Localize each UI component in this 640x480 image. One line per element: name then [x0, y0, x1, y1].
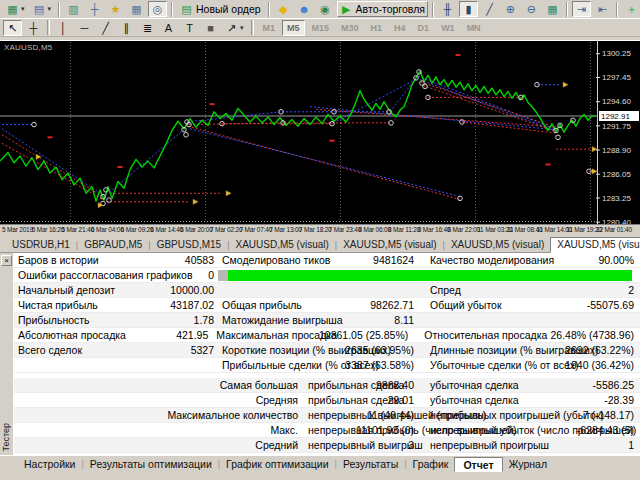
timeframe-m30[interactable]: M30 — [336, 20, 364, 36]
chevron-down-icon: ▾ — [48, 5, 52, 13]
channel-icon[interactable]: ∥ — [117, 20, 136, 36]
tester-tab-1[interactable]: Результаты оптимизации — [84, 458, 218, 470]
report-table: Баров в истории40583Смоделировано тиков9… — [14, 253, 640, 455]
chart-symbol-label: XAUUSD,M5 — [4, 43, 52, 52]
report-label: убыточная сделка — [414, 378, 544, 392]
data-window-icon[interactable]: ┼ — [85, 1, 104, 17]
time-axis-label: 7 Mar 02:20 — [210, 226, 243, 233]
zoom-out-icon: ⊖ — [525, 2, 538, 16]
timeframe-w1[interactable]: W1 — [436, 20, 460, 36]
autotrading-button[interactable]: ▶Авто-торговля — [337, 1, 428, 17]
tester-tab-5[interactable]: Отчет — [454, 457, 502, 472]
chart-tab-1[interactable]: GBPAUD,M5 — [78, 238, 148, 252]
timeframe-h1[interactable]: H1 — [366, 20, 388, 36]
indicators-icon[interactable]: ＋▾ — [622, 1, 640, 17]
timeframe-mn[interactable]: MN — [462, 20, 486, 36]
time-axis-label: 6 Mar 09:20 — [121, 226, 154, 233]
open-profile-icon[interactable]: ▤▾ — [30, 1, 55, 17]
report-label: Максимальная просадка — [208, 328, 336, 342]
arrows-icon[interactable]: ↗▾ — [222, 20, 247, 36]
timeframe-h4[interactable]: H4 — [389, 20, 411, 36]
chart-tab-6[interactable]: XAUUSD,M5 (visual) — [550, 237, 640, 253]
horizontal-line-icon[interactable]: ─ — [75, 20, 94, 36]
price-axis-label: 1286.05 — [602, 170, 631, 179]
report-label: Средняя — [18, 393, 298, 407]
community-icon: ☻ — [298, 2, 311, 16]
new-chart-icon[interactable]: ▦▾ — [3, 1, 28, 17]
tester-tab-6[interactable]: Журнал — [503, 458, 553, 470]
cursor-icon[interactable]: ↖ — [3, 20, 22, 36]
time-axis-label: 8 Mar 11:20 — [388, 226, 420, 233]
line-chart-icon: ╱ — [483, 2, 496, 16]
strategy-tester-icon[interactable]: ◎ — [148, 1, 167, 17]
tester-close-button[interactable]: × — [1, 255, 12, 266]
tester-tab-2[interactable]: График оптимизации — [220, 458, 334, 470]
price-axis-label: 1297.45 — [602, 73, 631, 82]
text-label-icon: T — [183, 21, 196, 35]
shapes-icon[interactable]: ■ — [201, 20, 220, 36]
timeframe-d1[interactable]: D1 — [413, 20, 435, 36]
toolbar-separator — [432, 2, 434, 17]
chart-window[interactable]: 1300.251297.451294.601291.751288.901286.… — [0, 40, 640, 235]
chart-tab-0[interactable]: USDRUB,H1 — [6, 238, 76, 252]
metaeditor-icon[interactable]: ◆ — [274, 1, 293, 17]
tester-tab-4[interactable]: График — [407, 458, 455, 470]
crosshair-icon[interactable]: ┼ — [24, 20, 43, 36]
auto-scroll-icon[interactable]: ⇥ — [572, 1, 591, 17]
report-value: -55075.69 — [560, 298, 640, 312]
timeframe-m1[interactable]: M1 — [258, 20, 281, 36]
report-label: Короткие позиции (% выигравших) — [214, 343, 342, 357]
candlestick-chart-icon[interactable]: ▮ — [459, 1, 478, 17]
report-label: Всего сделок — [18, 343, 168, 357]
tile-windows-icon[interactable]: ▦ — [543, 1, 562, 17]
tester-side-label: Тестер — [1, 423, 11, 452]
terminal-icon[interactable]: ▦ — [127, 1, 146, 17]
report-label: Самая большая — [18, 378, 298, 392]
timeframe-m5[interactable]: M5 — [282, 20, 305, 36]
report-label: Прибыльные сделки (% от всех) — [214, 358, 342, 372]
report-label — [214, 283, 342, 297]
community-icon[interactable]: ☻ — [295, 1, 314, 17]
tester-tab-3[interactable]: Результаты — [337, 458, 404, 470]
vertical-line-icon[interactable]: │ — [54, 20, 73, 36]
chart-tab-2[interactable]: GBPUSD,M15 — [151, 238, 227, 252]
timeframe-m15[interactable]: M15 — [307, 20, 335, 36]
price-chart-canvas[interactable]: 1300.251297.451294.601291.751288.901286.… — [0, 40, 640, 224]
chart-tab-4[interactable]: XAUUSD,M5 (visual) — [337, 238, 442, 252]
time-axis-label: 7 Mar 18:20 — [299, 226, 332, 233]
zoom-in-icon[interactable]: ⊕ — [501, 1, 520, 17]
trendline-icon[interactable]: ╱ — [96, 20, 115, 36]
channel-icon: ∥ — [120, 21, 133, 35]
report-row: Чистая прибыль43187.02Общая прибыль98262… — [14, 298, 640, 313]
data-window-icon: ┼ — [88, 2, 101, 16]
price-axis-label: 1300.25 — [602, 49, 631, 58]
new-order-icon: ▤ — [180, 2, 193, 16]
report-label: Общая прибыль — [214, 298, 342, 312]
chart-shift-icon[interactable]: ⇤ — [593, 1, 612, 17]
web-icon[interactable]: ◉ — [316, 1, 335, 17]
time-axis-label: 8 Mar 06:00 — [358, 226, 391, 233]
report-value: 43187.02 — [168, 298, 214, 312]
report-row: Всего сделок5327Короткие позиции (% выиг… — [14, 343, 640, 358]
fibonacci-icon[interactable]: ≣ — [138, 20, 157, 36]
tester-tab-0[interactable]: Настройки — [18, 458, 82, 470]
report-value: 3 — [394, 438, 414, 452]
horizontal-line-icon: ─ — [78, 21, 91, 35]
text-label-icon[interactable]: T — [180, 20, 199, 36]
report-value: -5586.25 — [544, 378, 640, 392]
chart-tab-5[interactable]: XAUUSD,M5 (visual) — [445, 238, 550, 252]
chart-tab-3[interactable]: XAUUSD,M5 (visual) — [229, 238, 334, 252]
bar-chart-icon[interactable]: ╫ — [438, 1, 457, 17]
zoom-out-icon[interactable]: ⊖ — [522, 1, 541, 17]
market-watch-icon: ▥ — [67, 2, 80, 16]
time-axis-label: 6 Mar 14:40 — [151, 226, 184, 233]
new-order-button[interactable]: ▤Новый ордер — [177, 1, 264, 17]
report-row: Макс.непрерывная прибыль (число выигрыше… — [14, 423, 640, 438]
line-chart-icon[interactable]: ╱ — [480, 1, 499, 17]
market-watch-icon[interactable]: ▥ — [64, 1, 83, 17]
navigator-icon[interactable]: ★ — [106, 1, 125, 17]
text-icon[interactable]: A — [159, 20, 178, 36]
report-value: 29.01 — [394, 393, 414, 407]
web-icon: ◉ — [319, 2, 332, 16]
report-value: 9868.40 — [394, 378, 414, 392]
